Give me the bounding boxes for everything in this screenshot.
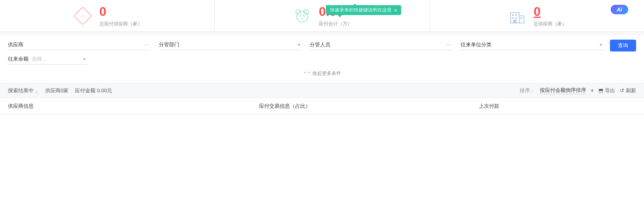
- svg-point-2: [297, 11, 308, 22]
- svg-rect-12: [515, 17, 517, 19]
- unit-class-label: 往来单位分类: [461, 41, 492, 48]
- col-supplier-header: 供应商信息: [8, 103, 259, 110]
- collapse-icon: ⌃⌃: [303, 71, 311, 76]
- dept-dropdown-btn[interactable]: ▾: [296, 42, 302, 48]
- diamond-icon: ◇: [72, 6, 93, 26]
- svg-rect-9: [512, 14, 514, 16]
- svg-text:◇: ◇: [81, 14, 84, 18]
- stat-total-suppliers: 0 总供应商（家） Ai: [430, 0, 644, 31]
- filter-bar: 供应商 ··· 分管部门 ▾ 分管人员 ··· 往来单位分类 ▾ 查询 往来余额: [0, 35, 644, 84]
- result-info: 搜索结果中， 供应商0家 应付金额 0.00元: [8, 87, 112, 94]
- supplier-input[interactable]: [27, 42, 143, 48]
- total-suppliers-number: 0: [533, 4, 541, 19]
- collapse-row: ⌃⌃ 收起更多条件: [8, 67, 636, 78]
- dept-input[interactable]: [183, 42, 296, 48]
- stat-payable-total: 0.00 应付合计（万） 快速录单的快捷键说明在这里 ×: [215, 0, 429, 31]
- result-bar: 搜索结果中， 供应商0家 应付金额 0.00元 排序： 按应付会额倒序排序 ▾ …: [0, 84, 644, 98]
- supplier-more-btn[interactable]: ···: [143, 41, 151, 48]
- refresh-icon: ↺: [620, 88, 624, 93]
- svg-rect-11: [512, 17, 514, 19]
- svg-rect-8: [519, 16, 524, 23]
- refresh-btn[interactable]: ↺ 刷新: [620, 87, 636, 94]
- svg-rect-13: [513, 20, 516, 23]
- filter-row-2: 往来余额 选择... ▾: [8, 55, 636, 65]
- dept-label: 分管部门: [159, 41, 179, 48]
- person-input[interactable]: [333, 42, 444, 48]
- col-transaction-header: 应付交易信息（占比）: [259, 103, 479, 110]
- search-button[interactable]: 查询: [610, 40, 636, 51]
- export-icon: ⬒: [598, 88, 603, 93]
- tooltip-text: 快速录单的快捷键说明在这里: [330, 7, 392, 13]
- person-more-btn[interactable]: ···: [444, 41, 453, 48]
- table-body: [0, 115, 644, 204]
- svg-rect-10: [515, 14, 517, 16]
- total-suppliers-label: 总供应商（家）: [533, 21, 567, 27]
- result-amount: 应付金额 0.00元: [75, 87, 112, 94]
- result-prefix: 搜索结果中，: [8, 87, 39, 94]
- payable-total-label: 应付合计（万）: [319, 21, 352, 27]
- bear-icon: [292, 6, 312, 26]
- table-container: 供应商信息 应付交易信息（占比） 上次付款: [0, 98, 644, 204]
- sort-chevron-icon: ▾: [591, 88, 594, 93]
- svg-rect-14: [520, 17, 522, 19]
- total-payable-number: 0: [99, 4, 107, 19]
- filter-row-1: 供应商 ··· 分管部门 ▾ 分管人员 ··· 往来单位分类 ▾ 查询: [8, 40, 636, 51]
- export-btn[interactable]: ⬒ 导出: [598, 87, 615, 94]
- supplier-filter-group: 供应商 ···: [8, 41, 151, 50]
- svg-point-6: [303, 15, 305, 17]
- balance-label: 往来余额: [8, 55, 29, 63]
- balance-filter-group: 往来余额 选择... ▾: [8, 55, 87, 65]
- total-payable-label: 总应付供应商（家）: [99, 21, 142, 27]
- person-filter-group: 分管人员 ···: [310, 41, 453, 50]
- building-icon: [507, 6, 527, 26]
- tooltip-container: 快速录单的快捷键说明在这里 ×: [325, 3, 357, 7]
- unit-class-input[interactable]: [495, 42, 598, 48]
- result-supplier-count: 供应商0家: [45, 87, 69, 94]
- col-payment-header: 上次付款: [479, 103, 636, 110]
- tooltip-close-btn[interactable]: ×: [394, 8, 397, 13]
- balance-dropdown-btn[interactable]: ▾: [82, 56, 87, 62]
- dept-filter-group: 分管部门 ▾: [159, 41, 302, 50]
- sort-label: 排序：: [520, 87, 535, 94]
- table-header: 供应商信息 应付交易信息（占比） 上次付款: [0, 98, 644, 115]
- stats-bar: ◇ 0 总应付供应商（家）: [0, 0, 644, 32]
- stat-total-payable-suppliers: ◇ 0 总应付供应商（家）: [0, 0, 215, 31]
- tooltip-bubble: 快速录单的快捷键说明在这里 ×: [326, 5, 401, 15]
- supplier-label: 供应商: [8, 41, 23, 48]
- svg-point-5: [300, 15, 301, 17]
- balance-placeholder: 选择...: [32, 55, 82, 63]
- sort-value[interactable]: 按应付会额倒序排序: [540, 87, 586, 94]
- unit-class-filter-group: 往来单位分类 ▾: [461, 41, 604, 50]
- unit-class-dropdown-btn[interactable]: ▾: [598, 42, 604, 48]
- collapse-btn[interactable]: ⌃⌃ 收起更多条件: [298, 69, 346, 78]
- person-label: 分管人员: [310, 41, 330, 48]
- ai-badge[interactable]: Ai: [611, 5, 628, 14]
- result-actions: 排序： 按应付会额倒序排序 ▾ ⬒ 导出 ↺ 刷新: [520, 87, 636, 94]
- collapse-label: 收起更多条件: [312, 70, 341, 77]
